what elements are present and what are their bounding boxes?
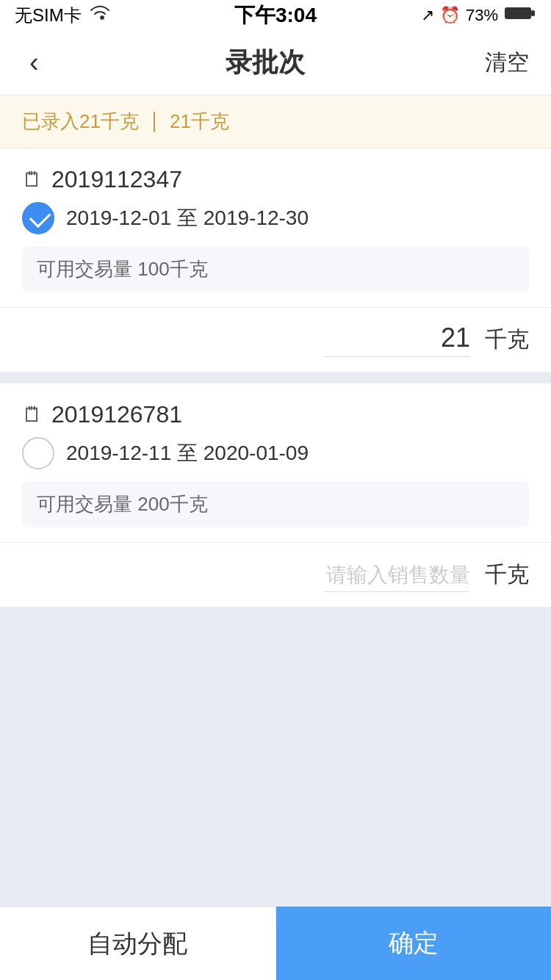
batch-header-1: 🗒 2019112347 xyxy=(22,166,529,193)
battery-text: 73% xyxy=(466,6,498,25)
batch-avail-1: 可用交易量 100千克 xyxy=(22,246,529,292)
batch-card-1: 🗒 2019112347 2019-12-01 至 2019-12-30 可用交… xyxy=(0,148,551,307)
qty-row-1: 千克 xyxy=(0,307,551,372)
radio-button-1[interactable] xyxy=(22,202,54,234)
batch-header-2: 🗒 2019126781 xyxy=(22,401,529,428)
batch-id-2: 2019126781 xyxy=(51,401,182,428)
info-recorded-label: 已录入21千克 xyxy=(22,109,139,134)
batch-date-2: 2019-12-11 至 2020-01-09 xyxy=(66,439,309,467)
batch-date-1: 2019-12-01 至 2019-12-30 xyxy=(66,204,309,232)
qty-input-2[interactable] xyxy=(323,558,470,592)
location-icon: ↗ xyxy=(421,6,434,25)
batch-icon-2: 🗒 xyxy=(22,403,43,427)
batch-date-row-1: 2019-12-01 至 2019-12-30 xyxy=(22,202,529,234)
nav-bar: ‹ 录批次 清空 xyxy=(0,31,551,96)
battery-icon xyxy=(504,5,536,26)
carrier-text: 无SIM卡 xyxy=(15,4,82,27)
batch-avail-2: 可用交易量 200千克 xyxy=(22,481,529,527)
separator-1 xyxy=(0,372,551,383)
confirm-button[interactable]: 确定 xyxy=(276,907,552,980)
wifi-icon xyxy=(89,5,111,26)
svg-rect-0 xyxy=(505,7,531,19)
clear-button[interactable]: 清空 xyxy=(485,48,529,78)
batch-icon-1: 🗒 xyxy=(22,167,43,192)
auto-distribute-button[interactable]: 自动分配 xyxy=(0,907,276,980)
batch-id-1: 2019112347 xyxy=(51,166,182,193)
content-area: 🗒 2019112347 2019-12-01 至 2019-12-30 可用交… xyxy=(0,148,551,980)
info-divider xyxy=(154,112,155,132)
status-right: ↗ ⏰ 73% xyxy=(421,5,536,26)
qty-unit-2: 千克 xyxy=(485,560,529,590)
qty-unit-1: 千克 xyxy=(485,325,529,355)
page-title: 录批次 xyxy=(226,45,305,81)
qty-row-2: 千克 xyxy=(0,542,551,607)
radio-button-2[interactable] xyxy=(22,437,54,469)
batch-date-row-2: 2019-12-11 至 2020-01-09 xyxy=(22,437,529,469)
batch-card-2: 🗒 2019126781 2019-12-11 至 2020-01-09 可用交… xyxy=(0,383,551,542)
separator-2 xyxy=(0,607,551,619)
back-button[interactable]: ‹ xyxy=(22,40,46,86)
qty-input-1[interactable] xyxy=(323,323,470,357)
status-left: 无SIM卡 xyxy=(15,4,111,27)
info-banner: 已录入21千克 21千克 xyxy=(0,96,551,148)
svg-rect-1 xyxy=(531,10,535,16)
status-time: 下午3:04 xyxy=(234,1,317,29)
status-bar: 无SIM卡 下午3:04 ↗ ⏰ 73% xyxy=(0,0,551,31)
info-value: 21千克 xyxy=(170,109,229,134)
bottom-bar: 自动分配 确定 xyxy=(0,907,551,980)
alarm-icon: ⏰ xyxy=(440,6,460,25)
